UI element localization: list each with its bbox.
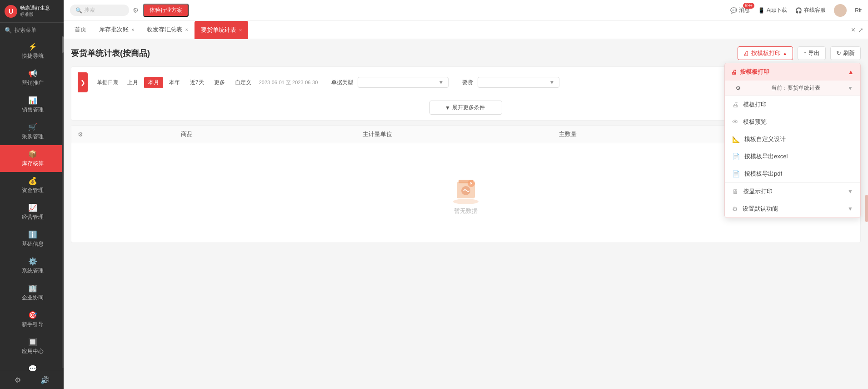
dropdown-item-default-function[interactable]: ⚙ 设置默认功能 ▼: [725, 200, 860, 217]
refresh-button[interactable]: ↻ 刷新: [830, 46, 861, 60]
display-print-arrow: ▼: [848, 188, 853, 195]
filter-expand-arrow[interactable]: ❯: [78, 72, 88, 92]
topbar-settings-icon[interactable]: ⚙: [133, 6, 139, 15]
sidebar-item-label: 新手引导: [22, 321, 44, 328]
template-preview-icon: 👁: [732, 118, 738, 126]
tabbar: 首页 库存批次账 × 收发存汇总表 × 要货单统计表 × × ⤢: [64, 21, 868, 39]
tab-receivable-summary-close[interactable]: ×: [185, 27, 188, 32]
sidebar-item-system[interactable]: ⚙️ 系统管理: [0, 253, 64, 279]
date-btn-custom[interactable]: 自定义: [231, 77, 255, 88]
main-area: 🔍 搜索 ⚙ 体验行业方案 💬 消息 99+ 📱 App下载 🎧 在线客服 Ri…: [64, 0, 868, 389]
date-btn-more[interactable]: 更多: [210, 77, 229, 88]
sidebar-item-inventory[interactable]: 📦 库存核算: [0, 145, 64, 172]
dropdown-current-item[interactable]: ⚙ 当前：要货单统计表 ▼: [725, 81, 860, 96]
expand-label: 展开更多条件: [452, 104, 485, 111]
experience-button[interactable]: 体验行业方案: [143, 4, 189, 17]
tab-order-stats[interactable]: 要货单统计表 ×: [195, 21, 248, 39]
col-settings-icon[interactable]: ⚙: [78, 131, 91, 138]
window-maximize-button[interactable]: ⤢: [858, 26, 863, 34]
header-actions: 🖨 按模板打印 ▲ ↑ 导出 ↻ 刷新 🖨: [738, 46, 861, 60]
settings-icon[interactable]: ⚙: [15, 376, 21, 384]
date-range: 2023-06-01 至 2023-06-30: [259, 79, 318, 86]
type-select[interactable]: ▼: [358, 77, 449, 88]
sidebar-item-label: 经营管理: [22, 213, 44, 221]
tab-receivable-summary[interactable]: 收发存汇总表 ×: [140, 21, 194, 39]
date-btn-this-year[interactable]: 本年: [165, 77, 184, 88]
goods-select[interactable]: ▼: [478, 77, 559, 88]
svg-point-0: [453, 199, 479, 204]
sidebar-item-purchase[interactable]: 🛒 采购管理: [0, 118, 64, 145]
online-service-button[interactable]: 🎧 在线客服: [795, 6, 826, 14]
marketing-icon: 📢: [28, 69, 37, 78]
filter-expand-button[interactable]: ▼ 展开更多条件: [429, 101, 502, 115]
display-print-left: 🖥 按显示打印: [732, 187, 773, 196]
sidebar-item-sales[interactable]: 📊 销售管理: [0, 91, 64, 118]
date-btn-last-7-days[interactable]: 近7天: [186, 77, 208, 88]
display-print-icon: 🖥: [732, 188, 738, 195]
app-logo: U 畅康通好生意 标准版: [0, 0, 64, 23]
avatar[interactable]: [834, 4, 847, 17]
dropdown-item-template-preview[interactable]: 👁 模板预览: [725, 113, 860, 131]
sidebar-search[interactable]: 🔍 搜索菜单: [0, 23, 64, 38]
refresh-icon: ↻: [836, 50, 841, 56]
dropdown-item-display-print[interactable]: 🖥 按显示打印 ▼: [725, 183, 860, 200]
dropdown-item-export-pdf[interactable]: 📄 按模板导出pdf: [725, 165, 860, 182]
sidebar-item-operations[interactable]: 📈 经营管理: [0, 199, 64, 226]
sidebar-item-wechat[interactable]: 💬 企业微信: [0, 360, 64, 371]
tab-receivable-summary-label: 收发存汇总表: [147, 25, 182, 34]
sidebar-item-enterprise[interactable]: 🏢 企业协同: [0, 279, 64, 306]
message-button[interactable]: 💬 消息 99+: [730, 6, 750, 14]
sales-icon: 📊: [28, 96, 37, 105]
filter-dates: 上月 本月 本年 近7天 更多 自定义 2023-06-01 至 2023-06…: [123, 77, 318, 88]
date-btn-last-month[interactable]: 上月: [123, 77, 142, 88]
tab-inventory-batch[interactable]: 库存批次账 ×: [93, 21, 140, 39]
sidebar-item-appstore[interactable]: 🔲 应用中心: [0, 333, 64, 360]
inventory-icon: 📦: [28, 150, 37, 158]
sound-icon[interactable]: 🔊: [40, 376, 50, 384]
dropdown-item-template-design[interactable]: 📐 模板自定义设计: [725, 131, 860, 148]
enterprise-icon: 🏢: [28, 284, 37, 293]
app-name: 畅康通好生意: [20, 5, 50, 11]
default-function-icon: ⚙: [732, 205, 738, 212]
sidebar-item-finance[interactable]: 💰 资金管理: [0, 172, 64, 199]
tab-home[interactable]: 首页: [68, 21, 93, 39]
sidebar-item-label: 库存核算: [22, 160, 44, 167]
operations-icon: 📈: [28, 203, 37, 212]
dropdown-close-icon[interactable]: ▲: [848, 68, 854, 76]
template-preview-label: 模板预览: [743, 118, 767, 126]
dropdown-header-left: 🖨 按模板打印: [731, 68, 769, 76]
window-close-button[interactable]: ×: [851, 26, 855, 34]
print-button[interactable]: 🖨 按模板打印 ▲: [738, 46, 793, 60]
dropdown-item-export-excel[interactable]: 📄 按模板导出excel: [725, 148, 860, 165]
app-download-icon: 📱: [758, 7, 765, 14]
sidebar-item-label: 营销推广: [22, 79, 44, 87]
date-btn-this-month[interactable]: 本月: [144, 77, 163, 88]
empty-illustration: [448, 171, 484, 207]
dropdown-gear-icon: ⚙: [736, 85, 741, 91]
tab-home-label: 首页: [75, 25, 86, 34]
print-dropdown-panel: 🖨 按模板打印 ▲ ⚙ 当前：要货单统计表 ▼ 🖨 模板打印: [724, 63, 861, 218]
sidebar-item-basic[interactable]: ℹ️ 基础信息: [0, 226, 64, 253]
default-function-left: ⚙ 设置默认功能: [732, 205, 778, 213]
empty-text: 暂无数据: [454, 207, 478, 215]
sidebar-item-label: 基础信息: [22, 240, 44, 248]
basic-icon: ℹ️: [28, 230, 37, 239]
appstore-icon: 🔲: [28, 338, 37, 346]
app-download-button[interactable]: 📱 App下载: [758, 6, 787, 14]
sidebar-item-quick-nav[interactable]: ⚡ 快捷导航: [0, 38, 64, 65]
export-button[interactable]: ↑ 导出: [798, 46, 826, 60]
tab-order-stats-close[interactable]: ×: [239, 27, 242, 33]
scrollbar-thumb[interactable]: [865, 195, 868, 222]
sidebar-item-newbie[interactable]: 🎯 新手引导: [0, 306, 64, 333]
app-version: 标准版: [20, 11, 50, 18]
sidebar-item-marketing[interactable]: 📢 营销推广: [0, 65, 64, 91]
dropdown-current-arrow: ▼: [848, 85, 853, 91]
system-icon: ⚙️: [28, 257, 37, 266]
purchase-icon: 🛒: [28, 123, 37, 131]
topbar-search[interactable]: 🔍 搜索: [70, 5, 129, 16]
print-icon: 🖨: [743, 50, 749, 57]
tab-inventory-batch-close[interactable]: ×: [131, 27, 134, 32]
dropdown-item-template-print[interactable]: 🖨 模板打印: [725, 96, 860, 113]
select-arrow-icon: ▼: [438, 79, 444, 86]
sidebar-item-label: 系统管理: [22, 267, 44, 275]
